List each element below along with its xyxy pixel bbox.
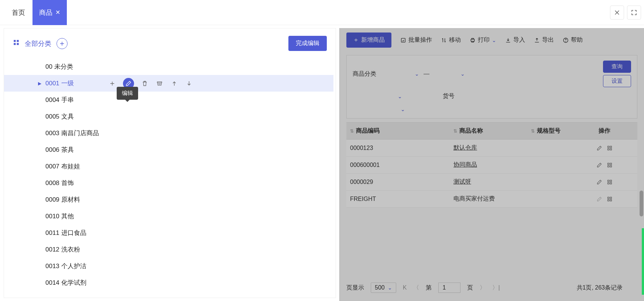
svg-rect-27 [17, 43, 19, 45]
category-item[interactable]: 0004 手串 [4, 92, 333, 108]
product-name-link[interactable]: 默认仓库 [453, 144, 477, 152]
category-item[interactable]: 0013 个人护洁 [4, 258, 333, 274]
export-button[interactable]: 导出 [534, 36, 554, 44]
product-name-link[interactable]: 协同商品 [453, 161, 477, 169]
category-item[interactable]: 0011 进口食品 [4, 225, 333, 241]
more-icon[interactable] [607, 196, 613, 202]
x-icon [614, 9, 620, 16]
svg-rect-25 [17, 40, 19, 42]
page-prev-button[interactable]: 〈 [413, 284, 419, 292]
edit-icon[interactable] [596, 162, 602, 168]
svg-rect-8 [608, 146, 609, 147]
category-item[interactable]: 0014 化学试剂 [4, 274, 333, 291]
add-category-button[interactable]: ＋ [56, 38, 68, 49]
product-name-text: 电商买家付运费 [453, 195, 495, 203]
page-next-button[interactable]: 〉 [480, 284, 486, 292]
page-last-button[interactable]: 〉| [492, 284, 500, 292]
query-label: 查询 [612, 63, 623, 69]
svg-rect-14 [608, 165, 609, 167]
category-item[interactable]: 00 未分类 [4, 58, 333, 75]
cell-spec [527, 157, 572, 173]
table-row: FREIGHT电商买家付运费 [346, 191, 637, 208]
edit-icon[interactable] [596, 145, 602, 151]
table-header: ⇅商品编码 ⇅商品名称 ⇅规格型号 操作 [346, 122, 637, 140]
th-spec[interactable]: ⇅规格型号 [527, 123, 572, 139]
chevron-down-icon: ⌄ [460, 71, 465, 77]
filter-unknown-1[interactable]: ⌄ [339, 93, 402, 99]
printer-icon [470, 37, 476, 43]
per-page-select[interactable]: 500 ⌄ [371, 283, 396, 293]
done-edit-button[interactable]: 完成编辑 [288, 36, 327, 51]
category-item[interactable]: 0012 洗衣粉 [4, 241, 333, 258]
tab-product[interactable]: 商品 ✕ [32, 0, 67, 25]
tab-home-label: 首页 [12, 8, 25, 17]
category-item[interactable]: 0005 文具 [4, 108, 333, 125]
category-item[interactable]: 0008 首饰 [4, 175, 333, 191]
th-name[interactable]: ⇅商品名称 [450, 123, 527, 139]
add-product-button[interactable]: ＋ 新增商品 [346, 33, 391, 48]
category-item[interactable]: 0006 茶具 [4, 141, 333, 158]
close-all-tabs-button[interactable] [610, 6, 624, 20]
category-item[interactable]: 0009 原材料 [4, 191, 333, 208]
print-button[interactable]: 打印 ⌄ [470, 36, 496, 44]
cell-spec [527, 191, 572, 207]
category-label: 0001 一级 [45, 79, 74, 88]
product-name-link[interactable]: 测试呀 [453, 178, 471, 186]
settings-button[interactable]: 设置 [603, 75, 631, 87]
filter-unknown-2[interactable]: 分 ⌄ [339, 105, 405, 113]
all-categories-label[interactable]: 全部分类 [25, 39, 51, 48]
table-row: 000600001协同商品 [346, 157, 637, 174]
category-item[interactable]: 0010 其他 [4, 208, 333, 225]
sort-icon: ⇅ [453, 129, 457, 134]
category-item[interactable]: ▶0001 一级＋ [4, 75, 333, 92]
page-pre-label: 第 [426, 284, 432, 292]
help-button[interactable]: 帮助 [563, 36, 583, 44]
category-item[interactable]: 0007 布娃娃 [4, 158, 333, 175]
per-page-value: 500 [375, 284, 385, 291]
add-sub-button[interactable]: ＋ [108, 79, 116, 88]
pager: 页显示 500 ⌄ K 〈 第 1 页 〉 〉| 共1页, 263条记录 [340, 278, 644, 297]
import-icon [505, 37, 511, 43]
expand-caret-icon[interactable]: ▶ [38, 81, 41, 86]
more-icon[interactable] [607, 179, 613, 185]
category-editor-panel: 全部分类 ＋ 完成编辑 00 未分类▶0001 一级＋0004 手串0005 文… [4, 28, 336, 298]
edit-icon[interactable] [596, 196, 602, 202]
tab-home[interactable]: 首页 [4, 0, 32, 25]
per-page-label: 页显示 [346, 284, 364, 292]
query-button[interactable]: 查询 [603, 61, 631, 73]
bulk-label: 批量操作 [408, 36, 432, 44]
dash-label: — [424, 71, 429, 77]
close-icon[interactable]: ✕ [55, 9, 60, 16]
more-icon[interactable] [607, 162, 613, 168]
category-label: 00 未分类 [45, 62, 73, 71]
delete-button[interactable] [141, 79, 149, 88]
page-first-button[interactable]: K [403, 284, 407, 291]
move-button[interactable]: 移动 [441, 36, 461, 44]
bulk-action-button[interactable]: 批量操作 [400, 36, 432, 44]
cell-code: 000600001 [346, 157, 450, 173]
add-product-label: 新增商品 [361, 36, 385, 44]
th-spec-label: 规格型号 [537, 127, 561, 135]
more-icon[interactable] [607, 145, 613, 151]
cell-spec [527, 174, 572, 190]
filter-itemno[interactable]: 货号 [417, 92, 455, 100]
category-label: 0007 布娃娃 [45, 162, 80, 171]
th-code[interactable]: ⇅商品编码 [346, 123, 450, 139]
archive-button[interactable] [155, 79, 164, 88]
chevron-down-icon: ⌄ [492, 37, 496, 43]
category-item[interactable]: 0003 南昌门店商品 [4, 125, 333, 141]
move-down-button[interactable] [185, 79, 193, 88]
cell-code: FREIGHT [346, 191, 450, 207]
page-number-input[interactable]: 1 [438, 283, 460, 293]
svg-point-7 [566, 41, 566, 42]
scrollbar-thumb[interactable] [640, 191, 643, 216]
import-button[interactable]: 导入 [505, 36, 525, 44]
move-up-button[interactable] [170, 79, 178, 88]
chevron-down-icon: ⌄ [401, 106, 405, 112]
filter-category[interactable]: 商品分类 ⌄ — ⌄ [353, 70, 465, 78]
edit-icon[interactable] [596, 179, 602, 185]
category-list[interactable]: 00 未分类▶0001 一级＋0004 手串0005 文具0003 南昌门店商品… [4, 58, 336, 298]
th-name-label: 商品名称 [459, 127, 483, 135]
th-op: 操作 [572, 123, 637, 139]
fullscreen-button[interactable] [627, 6, 641, 20]
